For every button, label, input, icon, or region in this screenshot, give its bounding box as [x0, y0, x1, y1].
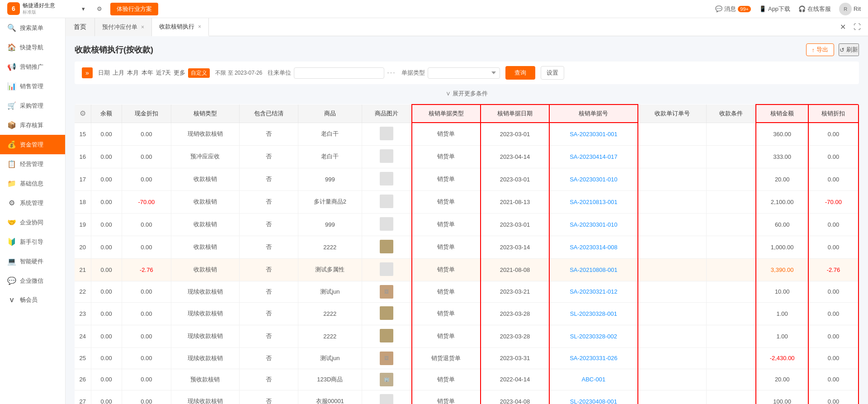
td-cash-discount: 0.00 [122, 213, 171, 236]
td-verify-bill-type: 销货单 [412, 236, 481, 258]
sidebar-item-collab[interactable]: 🤝 企业协同 [0, 213, 65, 232]
verify-bill-no-link[interactable]: ABC-001 [582, 376, 606, 383]
settings-gear-icon[interactable]: ⚙ [94, 4, 105, 14]
query-button[interactable]: 查询 [505, 66, 535, 80]
td-row-num: 15 [75, 123, 91, 145]
tab-receipt[interactable]: 收款核销执行 × [152, 18, 209, 36]
refresh-icon: ↺ [840, 47, 844, 53]
td-receipt-condition [706, 347, 756, 369]
verify-bill-no-link[interactable]: SA-20230301-001 [570, 131, 618, 138]
verify-bill-no-link[interactable]: SA-20230414-017 [570, 153, 618, 160]
verify-bill-no-link[interactable]: SL-20230328-002 [570, 333, 617, 340]
filter-date-7days[interactable]: 近7天 [156, 69, 171, 77]
td-include-settled: 否 [239, 213, 298, 236]
td-verify-bill-date: 2022-04-14 [481, 369, 549, 390]
column-settings-icon[interactable]: ⚙ [80, 109, 86, 117]
user-area[interactable]: R Rit [839, 3, 861, 15]
sidebar-item-finance[interactable]: 💰 资金管理 [0, 135, 65, 154]
td-receipt-condition [706, 190, 756, 213]
tab-close-btn[interactable]: ✕ [837, 22, 848, 33]
page-header: 收款核销执行(按收款) ↑ 导出 ↺ 刷新 [75, 43, 859, 56]
td-verify-amount: 1,000.00 [756, 236, 808, 258]
td-goods: 多计量商品2 [298, 190, 362, 213]
verify-bill-no-link[interactable]: SA-20230314-008 [570, 244, 618, 251]
td-balance: 0.00 [91, 347, 122, 369]
search-icon: 🔍 [7, 24, 16, 32]
export-button[interactable]: ↑ 导出 [806, 43, 835, 56]
th-verify-amount: 核销金额 [756, 105, 808, 123]
sidebar-item-hardware[interactable]: 💻 智能硬件 [0, 252, 65, 271]
filter-voucher-type-select[interactable] [428, 67, 500, 79]
verify-bill-no-link[interactable]: SA-20230301-010 [570, 221, 618, 228]
refresh-label: 刷新 [846, 46, 858, 54]
filter-date-this-month[interactable]: 本月 [127, 69, 139, 77]
td-verify-discount: 0.00 [808, 168, 859, 190]
filter-date-more[interactable]: 更多 [174, 69, 185, 77]
table-row: 16 0.00 0.00 预冲应应收 否 老白干 销货单 2023-04-14 … [75, 145, 859, 168]
filter-date-this-year[interactable]: 本年 [142, 69, 153, 77]
sidebar-item-quicknav[interactable]: 🏠 快捷导航 [0, 38, 65, 57]
marketing-icon: 📢 [7, 62, 16, 71]
sidebar-item-wechat[interactable]: 💬 企业微信 [0, 271, 65, 290]
td-balance: 0.00 [91, 325, 122, 347]
td-verify-amount: 20.00 [756, 168, 808, 190]
filter-counterpart-input[interactable] [294, 67, 384, 79]
filter-counterpart-dots[interactable]: ··· [387, 69, 396, 77]
expand-more-button[interactable]: ∨ 展开更多条件 [446, 90, 488, 100]
th-verify-bill-type: 核销单据类型 [412, 105, 481, 123]
td-include-settled: 否 [239, 390, 298, 404]
td-row-num: 26 [75, 369, 91, 390]
verify-bill-no-link[interactable]: SA-20210813-001 [570, 199, 618, 205]
industry-solution-button[interactable]: 体验行业方案 [110, 3, 158, 15]
verify-bill-no-link[interactable]: SA-20230321-012 [570, 288, 618, 295]
td-cash-discount: -70.00 [122, 190, 171, 213]
sidebar-item-basic[interactable]: 📁 基础信息 [0, 174, 65, 193]
col-settings-header[interactable]: ⚙ [75, 105, 91, 123]
td-cash-discount: 0.00 [122, 168, 171, 190]
tab-prepay[interactable]: 预付冲应付单 × [95, 18, 152, 36]
sidebar-item-search[interactable]: 🔍 搜索菜单 [0, 18, 65, 38]
online-service-area[interactable]: 🎧 在线客服 [798, 5, 831, 13]
sidebar-item-member[interactable]: V 畅会员 [0, 290, 65, 309]
verify-bill-no-link[interactable]: SA-20210808-001 [570, 266, 618, 273]
table-row: 17 0.00 0.00 收款核销 否 999 销货单 2023-03-01 S… [75, 168, 859, 190]
page-actions: ↑ 导出 ↺ 刷新 [806, 43, 859, 56]
td-verify-bill-date: 2021-08-13 [481, 190, 549, 213]
finance-icon: 💰 [7, 140, 16, 149]
td-goods: 2222 [298, 236, 362, 258]
td-verify-type: 预收款核销 [171, 369, 240, 390]
refresh-button[interactable]: ↺ 刷新 [839, 43, 859, 56]
tab-receipt-close[interactable]: × [198, 24, 201, 30]
settings-button[interactable]: 设置 [541, 66, 564, 80]
sidebar-item-purchase[interactable]: 🛒 采购管理 [0, 96, 65, 115]
td-verify-discount: 0.00 [808, 281, 859, 302]
app-download-area[interactable]: 📱 App下载 [759, 5, 790, 13]
sidebar-item-operation[interactable]: 📋 经营管理 [0, 154, 65, 174]
sidebar-item-inventory[interactable]: 📦 库存核算 [0, 115, 65, 135]
filter-date-last-month[interactable]: 上月 [113, 69, 124, 77]
verify-bill-no-link[interactable]: SA-20230301-010 [570, 176, 618, 183]
sidebar-item-marketing[interactable]: 📢 营销推广 [0, 57, 65, 76]
td-row-num: 25 [75, 347, 91, 369]
top-bar: 6 畅捷通好生意 标准版 ▾ ⚙ 体验行业方案 💬 消息 99+ 📱 App下载… [0, 0, 868, 18]
td-receipt-condition [706, 168, 756, 190]
sidebar-item-guide[interactable]: 🔰 新手引导 [0, 232, 65, 252]
verify-bill-no-link[interactable]: SL-20230328-001 [570, 310, 617, 317]
filter-expand-button[interactable]: » [82, 67, 93, 78]
message-badge: 99+ [738, 6, 751, 12]
td-include-settled: 否 [239, 369, 298, 390]
top-nav-dropdown[interactable]: ▾ [78, 5, 89, 12]
message-icon-area[interactable]: 💬 消息 99+ [715, 5, 751, 13]
filter-bar: » 日期 上月 本月 本年 近7天 更多 自定义 不限 至 2023-07-26… [75, 62, 859, 84]
verify-bill-no-link[interactable]: SL-20230408-001 [570, 398, 617, 404]
sidebar-item-system[interactable]: ⚙ 系统管理 [0, 193, 65, 213]
tab-home[interactable]: 首页 [66, 18, 95, 36]
verify-bill-no-link[interactable]: SA-20230331-026 [570, 355, 618, 361]
sidebar-item-sales[interactable]: 📊 销售管理 [0, 76, 65, 96]
th-goods: 商品 [298, 105, 362, 123]
td-verify-bill-no: SA-20230414-017 [549, 145, 638, 168]
tab-prepay-close[interactable]: × [141, 24, 144, 30]
filter-date-custom[interactable]: 自定义 [188, 68, 210, 78]
tab-expand-btn[interactable]: ⛶ [852, 22, 863, 33]
sidebar-label-guide: 新手引导 [20, 238, 43, 246]
